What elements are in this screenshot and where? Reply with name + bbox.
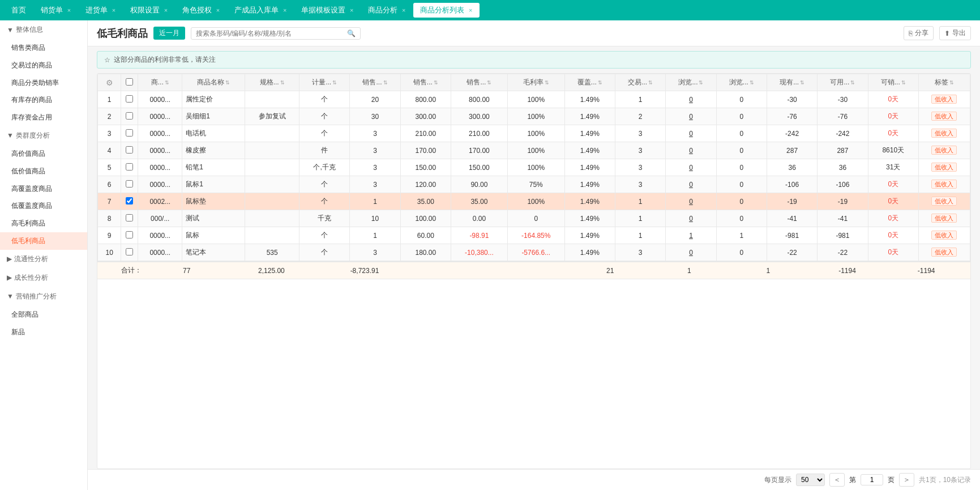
search-input[interactable]	[196, 29, 347, 37]
nav-permission-close[interactable]: ×	[164, 7, 168, 14]
cell-tag[interactable]: 低收入	[918, 227, 970, 244]
share-button[interactable]: ⎘ 分享	[904, 26, 934, 40]
select-all-checkbox[interactable]	[126, 78, 133, 86]
cell-tag[interactable]: 低收入	[918, 159, 970, 176]
prev-page-button[interactable]: ＜	[829, 473, 845, 487]
sidebar-group-marketing[interactable]: ▼ 营销推广分析	[0, 287, 87, 306]
nav-analysis-list[interactable]: 商品分析列表 ×	[413, 3, 479, 18]
cell-checkbox[interactable]	[121, 193, 138, 210]
export-button[interactable]: ⬆ 导出	[939, 26, 971, 40]
nav-product-entry-close[interactable]: ×	[283, 7, 286, 14]
nav-role[interactable]: 角色授权 ×	[176, 3, 226, 18]
nav-home[interactable]: 首页	[5, 3, 33, 18]
th-browse1[interactable]: 浏览...⇅	[666, 74, 716, 91]
row-checkbox[interactable]	[126, 197, 133, 204]
th-tag[interactable]: 标签⇅	[918, 74, 970, 91]
th-sales-qty[interactable]: 销售...⇅	[350, 74, 400, 91]
nav-permission[interactable]: 权限设置 ×	[123, 3, 174, 18]
sidebar-group-cluster[interactable]: ▼ 类群度分析	[0, 126, 87, 145]
sidebar-item-traded-products[interactable]: 交易过的商品	[0, 57, 87, 74]
cell-browse1[interactable]: 0	[666, 91, 716, 108]
sidebar-item-sales-products[interactable]: 销售类商品	[0, 39, 87, 57]
th-unit[interactable]: 计量...⇅	[299, 74, 350, 91]
row-checkbox[interactable]	[126, 214, 133, 221]
nav-product-entry[interactable]: 产成品入库单 ×	[228, 3, 293, 18]
cell-tag[interactable]: 低收入	[918, 108, 970, 125]
th-sales-price[interactable]: 销售...⇅	[400, 74, 451, 91]
row-checkbox[interactable]	[126, 180, 133, 188]
cell-checkbox[interactable]	[121, 159, 138, 176]
cell-browse1[interactable]: 0	[666, 176, 716, 193]
sidebar-item-high-value[interactable]: 高价值商品	[0, 145, 87, 163]
sidebar-group-circulation[interactable]: ▶ 流通性分析	[0, 250, 87, 269]
sidebar-group-overall[interactable]: ▼ 整体信息	[0, 20, 87, 39]
row-checkbox[interactable]	[126, 95, 133, 103]
page-input[interactable]	[861, 474, 883, 485]
cell-tag[interactable]: 低收入	[918, 142, 970, 159]
th-spec[interactable]: 规格...⇅	[245, 74, 299, 91]
th-current-stock[interactable]: 现有...⇅	[767, 74, 817, 91]
nav-role-close[interactable]: ×	[216, 7, 220, 14]
cell-checkbox[interactable]	[121, 227, 138, 244]
nav-purchase[interactable]: 进货单 ×	[79, 3, 122, 18]
sidebar-item-low-coverage[interactable]: 低覆盖度商品	[0, 197, 87, 215]
time-filter-button[interactable]: 近一月	[153, 27, 185, 40]
cell-tag[interactable]: 低收入	[918, 210, 970, 227]
cell-checkbox[interactable]	[121, 210, 138, 227]
search-icon[interactable]: 🔍	[347, 29, 356, 37]
sidebar-item-high-margin[interactable]: 高毛利商品	[0, 215, 87, 232]
row-checkbox[interactable]	[126, 129, 133, 137]
cell-browse1[interactable]: 0	[666, 125, 716, 142]
th-available[interactable]: 可用...⇅	[818, 74, 868, 91]
row-checkbox[interactable]	[126, 112, 133, 120]
cell-browse1[interactable]: 1	[666, 227, 716, 244]
th-coverage[interactable]: 覆盖...⇅	[564, 74, 615, 91]
sidebar-item-low-value[interactable]: 低价值商品	[0, 163, 87, 180]
row-checkbox[interactable]	[126, 248, 133, 255]
th-trade[interactable]: 交易...⇅	[615, 74, 665, 91]
cell-tag[interactable]: 低收入	[918, 176, 970, 193]
cell-browse1[interactable]: 0	[666, 193, 716, 210]
th-margin[interactable]: 毛利率⇅	[507, 74, 564, 91]
per-page-select[interactable]: 50 20 100	[796, 474, 825, 486]
cell-checkbox[interactable]	[121, 125, 138, 142]
cell-tag[interactable]: 低收入	[918, 244, 970, 261]
sidebar-item-category-sales-rate[interactable]: 商品分类助销率	[0, 74, 87, 92]
th-checkbox[interactable]	[121, 74, 138, 91]
cell-browse1[interactable]: 0	[666, 210, 716, 227]
cell-checkbox[interactable]	[121, 108, 138, 125]
cell-tag[interactable]: 低收入	[918, 193, 970, 210]
next-page-button[interactable]: ＞	[899, 473, 914, 487]
cell-checkbox[interactable]	[121, 244, 138, 261]
sidebar-item-all-products[interactable]: 全部商品	[0, 306, 87, 323]
cell-browse1[interactable]: 0	[666, 142, 716, 159]
nav-sales-close[interactable]: ×	[67, 7, 71, 14]
nav-analysis-list-close[interactable]: ×	[469, 7, 472, 14]
th-browse2[interactable]: 浏览...⇅	[716, 74, 767, 91]
nav-analysis[interactable]: 商品分析 ×	[361, 3, 412, 18]
row-checkbox[interactable]	[126, 231, 133, 238]
th-sellable[interactable]: 可销...⇅	[868, 74, 918, 91]
sidebar-item-capital[interactable]: 库存资金占用	[0, 109, 87, 126]
nav-analysis-close[interactable]: ×	[402, 7, 405, 14]
th-code[interactable]: 商...⇅	[138, 74, 182, 91]
nav-template-close[interactable]: ×	[350, 7, 353, 14]
cell-checkbox[interactable]	[121, 176, 138, 193]
cell-tag[interactable]: 低收入	[918, 91, 970, 108]
row-checkbox[interactable]	[126, 146, 133, 154]
sidebar-group-growth[interactable]: ▶ 成长性分析	[0, 269, 87, 287]
sidebar-item-new-products[interactable]: 新品	[0, 323, 87, 341]
nav-purchase-close[interactable]: ×	[112, 7, 115, 14]
row-checkbox[interactable]	[126, 163, 133, 171]
nav-sales[interactable]: 销货单 ×	[34, 3, 78, 18]
th-name[interactable]: 商品名称⇅	[182, 74, 245, 91]
sidebar-item-low-margin[interactable]: 低毛利商品	[0, 232, 87, 250]
cell-browse1[interactable]: 0	[666, 108, 716, 125]
sidebar-item-stocked-products[interactable]: 有库存的商品	[0, 91, 87, 109]
cell-checkbox[interactable]	[121, 91, 138, 108]
sidebar-item-high-coverage[interactable]: 高覆盖度商品	[0, 180, 87, 198]
th-gear[interactable]: ⚙	[98, 74, 121, 91]
cell-browse1[interactable]: 0	[666, 159, 716, 176]
cell-checkbox[interactable]	[121, 142, 138, 159]
nav-template[interactable]: 单据模板设置 ×	[294, 3, 360, 18]
